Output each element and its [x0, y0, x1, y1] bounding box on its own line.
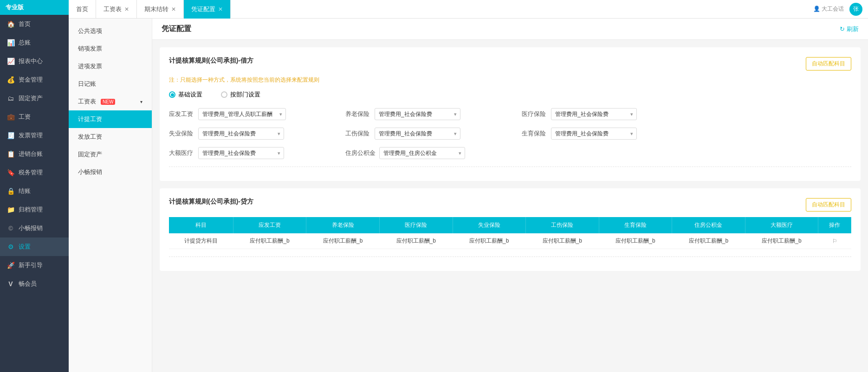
credit-auto-match-button[interactable]: 自动匹配科目 [806, 198, 851, 212]
content-area: 公共选项 销项发票 进项发票 日记账 工资表 NEW ▾ 计提工资 发放工资 [69, 19, 868, 372]
chevron-down-icon: ▾ [140, 99, 143, 104]
field-housing: 住房公积金 管理费用_住房公积金 [345, 147, 512, 159]
sidebar-item-label: 报表中心 [19, 57, 43, 65]
tab-voucher-label: 凭证配置 [191, 5, 215, 13]
td-maternity: 应付职工薪酬_b [599, 233, 672, 249]
archive-icon: 📁 [6, 206, 15, 213]
tab-salary-table[interactable]: 工资表 ✕ [96, 0, 137, 19]
settings-icon: ⚙ [6, 243, 15, 250]
sidebar-item-invoice-mgmt[interactable]: 🧾 发票管理 [0, 126, 69, 145]
tab-period-close-icon[interactable]: ✕ [171, 6, 176, 13]
tab-voucher-config[interactable]: 凭证配置 ✕ [184, 0, 231, 19]
debit-auto-match-button[interactable]: 自动匹配科目 [806, 57, 851, 71]
housing-select-wrapper: 管理费用_住房公积金 [379, 147, 465, 159]
tab-home[interactable]: 首页 [69, 0, 96, 19]
sidebar-item-label: 结账 [19, 187, 31, 195]
th-payroll: 应发工资 [233, 217, 306, 233]
left-nav-calc-salary[interactable]: 计提工资 [69, 110, 152, 128]
left-nav-distribute-salary[interactable]: 发放工资 [69, 128, 152, 146]
sidebar-item-label: 首页 [19, 20, 31, 28]
left-nav-xiaochang-report[interactable]: 小畅报销 [69, 163, 152, 181]
page-content: 凭证配置 ↻ 刷新 计提核算规则(公司承担)-借方 自动匹配科目 注：只能选择一… [152, 19, 868, 372]
sidebar-item-closing[interactable]: 🔒 结账 [0, 182, 69, 200]
td-pension: 应付职工薪酬_b [306, 233, 380, 249]
credit-section-title: 计提核算规则(公司承担)-贷方 [169, 198, 253, 206]
maternity-select[interactable]: 管理费用_社会保险费 [551, 128, 637, 140]
left-nav-salary-table[interactable]: 工资表 NEW ▾ [69, 93, 152, 110]
left-nav-label: 工资表 [78, 97, 96, 106]
tab-period-close[interactable]: 期末结转 ✕ [137, 0, 184, 19]
sidebar-item-xiaochang-report[interactable]: © 小畅报销 [0, 219, 69, 237]
radio-basic[interactable]: 基础设置 [169, 90, 202, 99]
sidebar-item-label: 归档管理 [19, 205, 43, 214]
unemployment-select-wrapper: 管理费用_社会保险费 [198, 128, 284, 140]
unemployment-label: 失业保险 [169, 129, 194, 138]
report-icon: 📈 [6, 58, 15, 65]
housing-select[interactable]: 管理费用_住房公积金 [379, 147, 465, 159]
left-nav-label: 销项发票 [78, 45, 102, 53]
major-medical-select[interactable]: 管理费用_社会保险费 [198, 147, 284, 159]
sidebar-item-archive-mgmt[interactable]: 📁 归档管理 [0, 200, 69, 219]
sidebar-item-purchase-sales[interactable]: 📋 进销台账 [0, 145, 69, 163]
medical-label: 医疗保险 [522, 110, 547, 118]
th-injury: 工伤保险 [526, 217, 599, 233]
radio-dept-circle [221, 91, 227, 98]
debit-form-row-2: 失业保险 管理费用_社会保险费 工伤保险 管理费用_社会保险费 [169, 128, 851, 140]
payroll-select[interactable]: 管理费用_管理人员职工薪酬 [198, 108, 286, 120]
credit-divider [169, 257, 851, 257]
user-info: 👤 大工会话 [813, 5, 844, 13]
sidebar-item-general-ledger[interactable]: 📊 总账 [0, 33, 69, 52]
th-major-medical: 大额医疗 [745, 217, 818, 233]
sidebar-item-label: 工资 [19, 113, 31, 121]
debit-form-row-3: 大额医疗 管理费用_社会保险费 住房公积金 管理费用_住房公积金 [169, 147, 851, 159]
debit-section-title: 计提核算规则(公司承担)-借方 [169, 57, 253, 65]
radio-group: 基础设置 按部门设置 [169, 90, 851, 99]
left-nav-label: 固定资产 [78, 150, 102, 159]
sidebar-item-label: 资金管理 [19, 76, 43, 84]
sidebar-item-label: 总账 [19, 38, 31, 47]
left-nav-fixed-assets[interactable]: 固定资产 [69, 146, 152, 163]
left-nav: 公共选项 销项发票 进项发票 日记账 工资表 NEW ▾ 计提工资 发放工资 [69, 19, 152, 372]
sidebar-item-fixed-assets[interactable]: 🗂 固定资产 [0, 89, 69, 108]
field-unemployment: 失业保险 管理费用_社会保险费 [169, 128, 336, 140]
debit-form-row-1: 应发工资 管理费用_管理人员职工薪酬 养老保险 管理费用_社会保险费 [169, 108, 851, 120]
left-nav-label: 发放工资 [78, 133, 102, 141]
pension-label: 养老保险 [345, 110, 371, 118]
ledger-icon: 📊 [6, 39, 15, 46]
tab-salary-label: 工资表 [104, 5, 122, 13]
td-action[interactable]: ⚐ [818, 233, 851, 249]
left-nav-purchase-invoice[interactable]: 进项发票 [69, 58, 152, 75]
th-action: 操作 [818, 217, 851, 233]
sidebar-item-tax-mgmt[interactable]: 🔖 税务管理 [0, 163, 69, 182]
field-medical: 医疗保险 管理费用_社会保险费 [522, 108, 689, 120]
radio-dept[interactable]: 按部门设置 [221, 90, 260, 99]
left-nav-label: 小畅报销 [78, 168, 102, 176]
left-nav-sales-invoice[interactable]: 销项发票 [69, 40, 152, 58]
medical-select[interactable]: 管理费用_社会保险费 [551, 108, 637, 120]
tab-salary-close-icon[interactable]: ✕ [124, 6, 129, 13]
sidebar-item-guide[interactable]: 🚀 新手引导 [0, 256, 69, 275]
sidebar-item-report-center[interactable]: 📈 报表中心 [0, 52, 69, 71]
salary-icon: 💼 [6, 113, 15, 121]
sidebar-item-settings[interactable]: ⚙ 设置 [0, 237, 69, 256]
page-title: 凭证配置 [162, 24, 191, 34]
major-medical-select-wrapper: 管理费用_社会保险费 [198, 147, 284, 159]
sidebar-item-home[interactable]: 🏠 首页 [0, 15, 69, 33]
left-nav-public-options[interactable]: 公共选项 [69, 22, 152, 40]
sidebar-item-salary[interactable]: 💼 工资 [0, 108, 69, 126]
home-icon: 🏠 [6, 20, 15, 28]
pension-select[interactable]: 管理费用_社会保险费 [375, 108, 460, 120]
radio-basic-label: 基础设置 [178, 90, 202, 99]
sidebar-item-vip[interactable]: V 畅会员 [0, 275, 69, 293]
payroll-select-wrapper: 管理费用_管理人员职工薪酬 [198, 108, 286, 120]
sidebar: 专业版 🏠 首页 📊 总账 📈 报表中心 💰 资金管理 🗂 固定资产 💼 工资 … [0, 0, 69, 372]
left-nav-diary[interactable]: 日记账 [69, 75, 152, 93]
refresh-button[interactable]: ↻ 刷新 [840, 25, 859, 33]
injury-select[interactable]: 管理费用_社会保险费 [375, 128, 460, 140]
debit-section-header: 计提核算规则(公司承担)-借方 自动匹配科目 [169, 57, 851, 71]
field-maternity: 生育保险 管理费用_社会保险费 [522, 128, 689, 140]
unemployment-select[interactable]: 管理费用_社会保险费 [198, 128, 284, 140]
sidebar-item-fund-mgmt[interactable]: 💰 资金管理 [0, 71, 69, 89]
th-medical: 医疗保险 [379, 217, 453, 233]
tab-voucher-close-icon[interactable]: ✕ [218, 6, 223, 13]
